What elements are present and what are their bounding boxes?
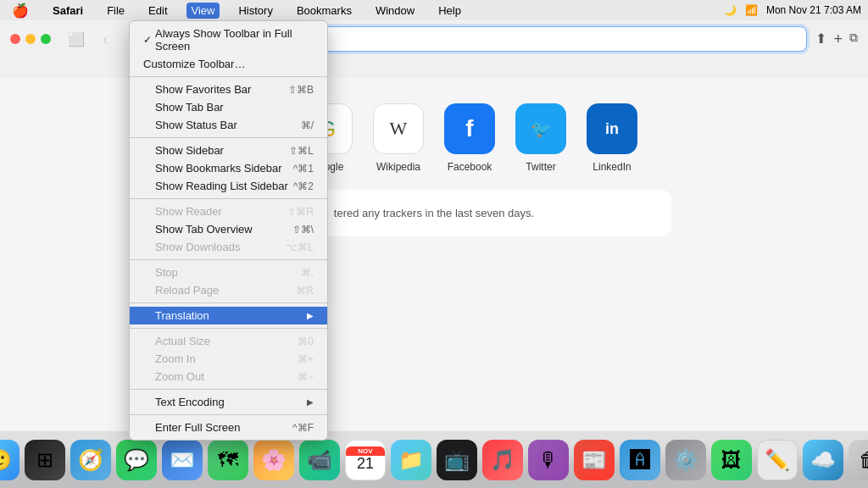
- fullscreen-button[interactable]: [41, 34, 51, 44]
- menu-show-downloads[interactable]: Show Downloads ⌥⌘L: [130, 238, 327, 256]
- menubar-history[interactable]: History: [233, 3, 277, 19]
- dock-podcasts[interactable]: 🎙: [528, 440, 569, 480]
- view-menu-dropdown: Always Show Toolbar in Full Screen Custo…: [129, 20, 328, 441]
- menu-item-label: Customize Toolbar…: [143, 58, 245, 70]
- dock-preview[interactable]: 🖼: [711, 440, 752, 480]
- menu-item-shortcut: ⇧⌘B: [288, 84, 314, 96]
- menu-separator-5: [130, 302, 327, 303]
- dock-facetime[interactable]: 📹: [299, 440, 340, 480]
- dock-appstore[interactable]: 🅰: [620, 440, 660, 480]
- menu-item-label: Zoom Out: [143, 370, 204, 383]
- dock-appletv[interactable]: 📺: [437, 440, 477, 480]
- apple-menu[interactable]: 🍎: [7, 1, 34, 20]
- menubar-view[interactable]: View: [186, 3, 220, 19]
- menu-item-shortcut: ⌘/: [301, 119, 314, 131]
- menu-show-tab-overview[interactable]: Show Tab Overview ⇧⌘\: [130, 220, 327, 238]
- dock-music[interactable]: 🎵: [482, 440, 523, 480]
- traffic-lights: [10, 34, 51, 44]
- menu-item-label: Always Show Toolbar in Full Screen: [155, 27, 314, 53]
- menu-show-sidebar[interactable]: Show Sidebar ⇧⌘L: [130, 141, 327, 159]
- dock-launchpad[interactable]: ⊞: [25, 440, 65, 480]
- dock-mail[interactable]: ✉️: [162, 440, 203, 480]
- menu-enter-full-screen[interactable]: Enter Full Screen ^⌘F: [130, 419, 327, 436]
- menu-reload-page[interactable]: Reload Page ⌘R: [130, 281, 327, 299]
- menubar-bookmarks[interactable]: Bookmarks: [292, 3, 357, 19]
- menu-item-shortcut: ⌘.: [301, 267, 314, 279]
- submenu-arrow-icon-2: ▶: [307, 397, 314, 407]
- dock-calendar[interactable]: NOV 21: [345, 440, 386, 480]
- menu-zoom-out[interactable]: Zoom Out ⌘−: [130, 368, 327, 385]
- menubar-help[interactable]: Help: [433, 3, 466, 19]
- dock-systemprefs[interactable]: ⚙️: [665, 440, 706, 480]
- dock-scripteditor[interactable]: ✏️: [757, 440, 798, 480]
- menu-item-label: Text Encoding: [143, 396, 225, 408]
- menu-item-shortcut: ⌘−: [298, 371, 314, 383]
- wifi-icon: 📶: [745, 4, 758, 16]
- minimize-button[interactable]: [25, 34, 36, 44]
- menu-item-label: Show Status Bar: [143, 119, 237, 131]
- dock-messages[interactable]: 💬: [116, 440, 157, 480]
- menu-show-status-bar[interactable]: Show Status Bar ⌘/: [130, 116, 327, 134]
- menu-item-label: Zoom In: [143, 352, 196, 365]
- menu-actual-size[interactable]: Actual Size ⌘0: [130, 332, 327, 350]
- menu-item-shortcut: ⇧⌘R: [287, 206, 314, 218]
- tabs-icon[interactable]: ⧉: [849, 30, 858, 48]
- menu-item-shortcut: ^⌘2: [293, 180, 314, 192]
- dock-maps[interactable]: 🗺: [208, 440, 248, 480]
- menu-item-label: Enter Full Screen: [143, 421, 240, 434]
- clock: Mon Nov 21 7:03 AM: [766, 4, 861, 16]
- menubar-right: 🌙 📶 Mon Nov 21 7:03 AM: [724, 4, 861, 16]
- fav-twitter[interactable]: 🐦 Twitter: [515, 103, 566, 173]
- new-tab-icon[interactable]: +: [833, 30, 843, 48]
- dock-finder[interactable]: 🙂: [0, 440, 19, 480]
- menu-item-label: Show Tab Bar: [143, 101, 224, 114]
- close-button[interactable]: [10, 34, 20, 44]
- menu-item-label: Show Reader: [143, 205, 222, 218]
- dock-photos[interactable]: 🌸: [253, 440, 294, 480]
- sidebar-toggle[interactable]: ⬜: [66, 30, 86, 47]
- share-icon[interactable]: ⬆: [815, 30, 826, 48]
- menubar-safari[interactable]: Safari: [47, 3, 88, 19]
- menu-item-shortcut: ⌘0: [298, 336, 314, 347]
- fav-facebook[interactable]: f Facebook: [444, 103, 495, 173]
- menu-separator-7: [130, 389, 327, 390]
- menu-show-favorites-bar[interactable]: Show Favorites Bar ⇧⌘B: [130, 80, 327, 98]
- fav-wikipedia[interactable]: W Wikipedia: [373, 103, 424, 173]
- menu-separator-3: [130, 198, 327, 199]
- menu-stop[interactable]: Stop ⌘.: [130, 263, 327, 281]
- dock-icloud[interactable]: ☁️: [803, 440, 843, 480]
- menu-always-show-toolbar[interactable]: Always Show Toolbar in Full Screen: [130, 25, 327, 55]
- dock-trash[interactable]: 🗑: [849, 440, 868, 480]
- menu-item-label: Show Tab Overview: [143, 223, 253, 236]
- menubar-window[interactable]: Window: [370, 3, 420, 19]
- menu-translation[interactable]: Translation ▶: [130, 307, 327, 324]
- menu-show-tab-bar[interactable]: Show Tab Bar: [130, 98, 327, 116]
- dock-news[interactable]: 📰: [574, 440, 615, 480]
- menu-show-reading-list-sidebar[interactable]: Show Reading List Sidebar ^⌘2: [130, 177, 327, 195]
- menu-separator-8: [130, 414, 327, 415]
- menubar: 🍎 Safari File Edit View History Bookmark…: [0, 0, 868, 20]
- menu-show-reader[interactable]: Show Reader ⇧⌘R: [130, 202, 327, 220]
- menubar-file[interactable]: File: [102, 3, 130, 19]
- menu-item-shortcut: ⌘R: [296, 285, 314, 297]
- submenu-arrow-icon: ▶: [307, 311, 314, 320]
- privacy-text: tered any trackers in the last seven day…: [334, 207, 534, 219]
- menu-item-shortcut: ⇧⌘L: [289, 145, 314, 157]
- menu-separator-2: [130, 137, 327, 138]
- menu-item-label: Translation: [143, 309, 209, 322]
- menu-item-shortcut: ^⌘F: [292, 422, 314, 434]
- fav-linkedin[interactable]: in LinkedIn: [587, 103, 637, 173]
- menubar-edit[interactable]: Edit: [143, 3, 172, 19]
- toolbar-right-buttons: ⬆ + ⧉: [815, 30, 858, 48]
- dock-files[interactable]: 📁: [391, 440, 431, 480]
- menu-zoom-in[interactable]: Zoom In ⌘+: [130, 350, 327, 368]
- menu-item-shortcut: ⌥⌘L: [286, 241, 314, 253]
- menu-separator-1: [130, 76, 327, 77]
- menu-item-label: Reload Page: [143, 284, 219, 297]
- dock-safari[interactable]: 🧭: [70, 440, 111, 480]
- menu-item-label: Show Reading List Sidebar: [143, 180, 288, 192]
- menu-customize-toolbar[interactable]: Customize Toolbar…: [130, 55, 327, 73]
- menu-text-encoding[interactable]: Text Encoding ▶: [130, 393, 327, 411]
- back-button[interactable]: ‹: [95, 29, 115, 49]
- menu-show-bookmarks-sidebar[interactable]: Show Bookmarks Sidebar ^⌘1: [130, 159, 327, 177]
